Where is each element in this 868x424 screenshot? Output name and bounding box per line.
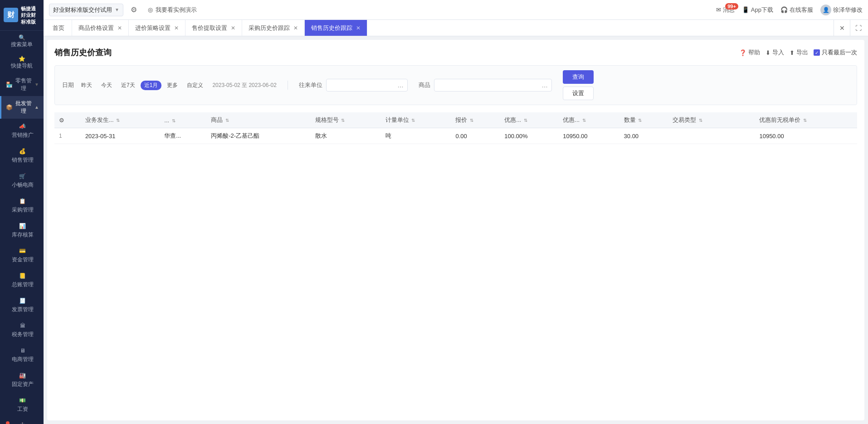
settings-button[interactable]: 设置 bbox=[563, 87, 594, 100]
sidebar-item-sales-mgmt[interactable]: 💰 销售管理 bbox=[0, 144, 44, 169]
cell-discount1: 100.00% bbox=[500, 128, 558, 144]
demo-icon: ◎ bbox=[148, 6, 153, 13]
date-option-7days[interactable]: 近7天 bbox=[117, 81, 139, 90]
version-select[interactable]: 好业财标准版交付试用 ▼ bbox=[49, 4, 123, 16]
sort-spec-icon: ⇅ bbox=[341, 118, 345, 123]
col-biz-date[interactable]: 业务发生... ⇅ bbox=[81, 112, 160, 128]
sort-biz-date-icon: ⇅ bbox=[116, 118, 120, 123]
tab-goods-price-label: 商品价格设置 bbox=[78, 24, 114, 32]
tabbar: 首页 商品价格设置 ✕ 进价策略设置 ✕ 售价提取设置 ✕ 采购历史价跟踪 ✕ … bbox=[44, 20, 868, 36]
date-option-1month[interactable]: 近1月 bbox=[141, 81, 162, 90]
col-3[interactable]: ... ⇅ bbox=[160, 112, 206, 128]
col-unit[interactable]: 计量单位 ⇅ bbox=[381, 112, 451, 128]
date-range-display: 2023-05-02 至 2023-06-02 bbox=[212, 82, 276, 89]
help-link[interactable]: ❓ 帮助 bbox=[739, 48, 760, 57]
app-logo: 财 畅捷通好业财 标准版 bbox=[0, 0, 44, 31]
sidebar-item-retail[interactable]: 🏪 零售管理 ▼ bbox=[0, 73, 44, 96]
tab-purchase-history-label: 采购历史价跟踪 bbox=[249, 24, 290, 32]
col-spec[interactable]: 规格型号 ⇅ bbox=[311, 112, 381, 128]
date-option-yesterday[interactable]: 昨天 bbox=[78, 81, 96, 90]
sidebar-item-marketing[interactable]: 📣 营销推广 bbox=[0, 119, 44, 144]
sidebar-item-wholesale[interactable]: 📦 批发管理 ▲ bbox=[0, 96, 44, 119]
ecommerce-icon: 🖥 bbox=[20, 347, 25, 354]
table-header: ⚙ 业务发生... ⇅ ... ⇅ 商品 ⇅ bbox=[54, 112, 857, 128]
tax-icon: 🏛 bbox=[20, 323, 25, 329]
sidebar-item-ecommerce[interactable]: 🖥 电商管理 bbox=[0, 343, 44, 368]
cell-pretax-price: 10950.00 bbox=[755, 128, 857, 144]
sidebar-item-inventory[interactable]: 📊 库存核算 bbox=[0, 218, 44, 243]
sidebar-item-tax[interactable]: 🏛 税务管理 bbox=[0, 318, 44, 343]
export-icon: ⬆ bbox=[790, 49, 795, 56]
only-last-checkbox-label[interactable]: ✓ 只看最后一次 bbox=[814, 48, 857, 57]
sidebar-item-xiaochang[interactable]: 🛒 小畅电商 bbox=[0, 169, 44, 193]
query-button[interactable]: 查询 bbox=[563, 70, 594, 84]
sidebar-quicknav[interactable]: ⭐ 快捷导航 bbox=[0, 52, 44, 73]
tab-purchase-history-close[interactable]: ✕ bbox=[293, 25, 298, 31]
tab-purchase-history[interactable]: 采购历史价跟踪 ✕ bbox=[242, 20, 305, 36]
import-link[interactable]: ⬇ 导入 bbox=[766, 48, 784, 57]
col-goods[interactable]: 商品 ⇅ bbox=[206, 112, 311, 128]
sidebar-item-assets[interactable]: 🏭 固定资产 bbox=[0, 368, 44, 393]
col-discount2[interactable]: 优惠... ⇅ bbox=[558, 112, 619, 128]
date-option-custom[interactable]: 自定义 bbox=[183, 81, 207, 90]
online-service-button[interactable]: 🎧 在线客服 bbox=[780, 6, 813, 14]
sidebar-item-finance[interactable]: 💳 资金管理 bbox=[0, 243, 44, 268]
date-option-today[interactable]: 今天 bbox=[98, 81, 116, 90]
col-discount1[interactable]: 优惠... ⇅ bbox=[500, 112, 558, 128]
message-icon: ✉ bbox=[716, 6, 721, 13]
col-pretax-price[interactable]: 优惠前无税单价 ⇅ bbox=[755, 112, 857, 128]
sort-pretax-icon: ⇅ bbox=[803, 118, 807, 123]
source-unit-dots-button[interactable]: ... bbox=[397, 81, 403, 89]
tab-home[interactable]: 首页 bbox=[45, 20, 72, 36]
col-settings[interactable]: ⚙ bbox=[54, 112, 81, 128]
topbar-settings-button[interactable]: ⚙ bbox=[129, 4, 139, 16]
tab-close-button[interactable]: ✕ bbox=[834, 20, 850, 36]
goods-input-box[interactable]: ... bbox=[434, 79, 552, 92]
topbar: 好业财标准版交付试用 ▼ ⚙ ◎ 我要看实例演示 ✉ 消息 99+ 📱 App下… bbox=[44, 0, 868, 20]
ledger-icon: 📒 bbox=[19, 273, 26, 279]
cell-col3: 华查... bbox=[160, 128, 206, 144]
tab-sale-extract-close[interactable]: ✕ bbox=[231, 25, 235, 31]
app-download-button[interactable]: 📱 App下载 bbox=[742, 6, 773, 14]
sidebar-item-purchase[interactable]: 📋 采购管理 bbox=[0, 193, 44, 218]
tab-goods-price[interactable]: 商品价格设置 ✕ bbox=[72, 20, 129, 36]
only-last-checkbox[interactable]: ✓ bbox=[814, 49, 820, 56]
tab-sales-history[interactable]: 销售历史价跟踪 ✕ bbox=[305, 20, 367, 36]
export-link[interactable]: ⬆ 导出 bbox=[790, 48, 808, 57]
cell-index: 1 bbox=[54, 128, 81, 144]
cell-price: 0.00 bbox=[451, 128, 500, 144]
tab-expand-button[interactable]: ⛶ bbox=[850, 20, 866, 36]
xiaochang-icon: 🛒 bbox=[19, 173, 26, 179]
purchase-icon: 📋 bbox=[19, 198, 26, 204]
inventory-icon: 📊 bbox=[19, 223, 26, 229]
sidebar-item-salary[interactable]: 💵 工资 bbox=[0, 393, 44, 418]
date-option-more[interactable]: 更多 bbox=[163, 81, 181, 90]
service-icon: 🎧 bbox=[780, 6, 788, 13]
sidebar-item-smart[interactable]: 🤖 智能管理 bbox=[0, 418, 44, 424]
cell-spec: 散水 bbox=[311, 128, 381, 144]
sidebar: 财 畅捷通好业财 标准版 🔍 搜索菜单 ⭐ 快捷导航 🏪 零售管理 ▼ 📦 批发… bbox=[0, 0, 44, 424]
tab-purchase-strategy-close[interactable]: ✕ bbox=[174, 25, 179, 31]
goods-dots-button[interactable]: ... bbox=[541, 81, 547, 89]
assets-icon: 🏭 bbox=[19, 372, 26, 379]
tab-goods-price-close[interactable]: ✕ bbox=[117, 25, 122, 31]
sort-price-icon: ⇅ bbox=[470, 118, 473, 123]
tab-sale-extract[interactable]: 售价提取设置 ✕ bbox=[185, 20, 242, 36]
sidebar-item-invoice[interactable]: 🧾 发票管理 bbox=[0, 293, 44, 318]
source-unit-label: 往来单位 bbox=[299, 81, 322, 89]
messages-button[interactable]: ✉ 消息 99+ bbox=[716, 6, 735, 14]
user-menu-button[interactable]: 👤 徐泽华修改 bbox=[820, 5, 863, 15]
col-tx-type[interactable]: 交易类型 ⇅ bbox=[668, 112, 738, 128]
page-title: 销售历史价查询 bbox=[54, 47, 112, 58]
col-qty[interactable]: 数量 ⇅ bbox=[619, 112, 668, 128]
demo-button[interactable]: ◎ 我要看实例演示 bbox=[144, 6, 200, 14]
sidebar-item-ledger[interactable]: 📒 总账管理 bbox=[0, 268, 44, 293]
tab-purchase-strategy[interactable]: 进价策略设置 ✕ bbox=[129, 20, 185, 36]
sidebar-search[interactable]: 🔍 搜索菜单 bbox=[0, 31, 44, 52]
col-price[interactable]: 报价 ⇅ bbox=[451, 112, 500, 128]
goods-label: 商品 bbox=[419, 81, 430, 89]
source-unit-input-box[interactable]: ... bbox=[326, 79, 408, 92]
chevron-down-icon: ▼ bbox=[34, 82, 39, 87]
cell-goods: 丙烯酸-2-乙基己酯 bbox=[206, 128, 311, 144]
tab-sales-history-close[interactable]: ✕ bbox=[356, 25, 361, 31]
